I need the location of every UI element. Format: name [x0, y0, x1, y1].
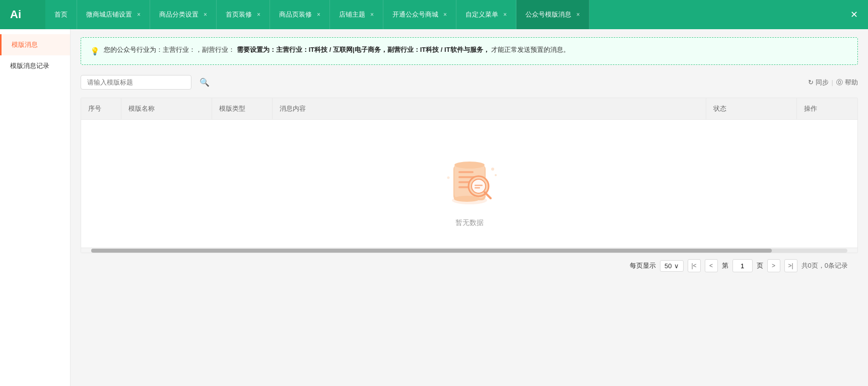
sidebar-item-template-msg[interactable]: 模版消息 — [0, 34, 70, 55]
prev-page-button[interactable]: < — [705, 259, 718, 272]
alert-icon: 💡 — [90, 45, 100, 57]
tab-close-custom-menu[interactable]: × — [503, 11, 507, 18]
empty-text: 暂无数据 — [455, 218, 484, 227]
tab-label: 自定义菜单 — [465, 10, 498, 19]
tab-label: 商品页装修 — [279, 10, 312, 19]
search-button[interactable]: 🔍 — [195, 75, 214, 89]
tab-label: 微商城店铺设置 — [86, 10, 132, 19]
page-number-input[interactable] — [732, 259, 753, 272]
per-page-select[interactable]: 50 ∨ — [660, 260, 683, 272]
svg-rect-3 — [458, 171, 474, 173]
svg-point-15 — [495, 174, 497, 176]
close-all-button[interactable]: ✕ — [840, 0, 868, 29]
tab-label: 公众号模版消息 — [525, 10, 571, 19]
col-content: 消息内容 — [273, 98, 706, 119]
chevron-down-icon: ∨ — [674, 262, 679, 270]
pagination: 每页显示 50 ∨ |< < 第 页 > >| 共0页，0条记录 — [81, 253, 858, 278]
tab-label: 首页装修 — [226, 10, 252, 19]
refresh-icon: ↻ — [808, 79, 814, 86]
sidebar-item-template-msg-log[interactable]: 模版消息记录 — [0, 55, 70, 76]
tab-open-mall[interactable]: 开通公众号商城× — [383, 0, 456, 29]
tab-home-decoration[interactable]: 首页装修× — [217, 0, 270, 29]
tab-close-shop-settings[interactable]: × — [137, 11, 141, 18]
tab-shop-settings[interactable]: 微商城店铺设置× — [77, 0, 150, 29]
svg-point-8 — [472, 179, 486, 193]
tab-close-category-settings[interactable]: × — [204, 11, 207, 18]
sidebar: 模版消息模版消息记录 — [0, 29, 71, 386]
tab-close-product-decoration[interactable]: × — [317, 11, 320, 18]
svg-point-16 — [447, 177, 449, 179]
tab-product-decoration[interactable]: 商品页装修× — [270, 0, 330, 29]
col-index: 序号 — [81, 98, 121, 119]
tab-close-store-theme[interactable]: × — [370, 11, 374, 18]
sync-button[interactable]: ↻ 同步 — [808, 78, 829, 87]
main-layout: 模版消息模版消息记录 💡 您的公众号行业为：主营行业：，副营行业： 需要设置为：… — [0, 29, 868, 386]
col-status: 状态 — [706, 98, 797, 119]
col-name: 模版名称 — [121, 98, 212, 119]
empty-state: 暂无数据 — [81, 120, 857, 248]
svg-point-12 — [454, 162, 485, 169]
alert-text: 您的公众号行业为：主营行业：，副营行业： 需要设置为：主营行业：IT科技 / 互… — [104, 45, 570, 55]
tab-close-open-mall[interactable]: × — [443, 11, 447, 18]
tab-home[interactable]: 首页 — [45, 0, 77, 29]
tab-label: 首页 — [54, 10, 68, 19]
tab-label: 店铺主题 — [339, 10, 365, 19]
col-action: 操作 — [797, 98, 857, 119]
empty-illustration — [439, 150, 500, 210]
last-page-button[interactable]: >| — [784, 259, 797, 272]
logo: Ai — [0, 0, 45, 29]
main-content: 💡 您的公众号行业为：主营行业：，副营行业： 需要设置为：主营行业：IT科技 /… — [71, 29, 868, 386]
tab-close-home-decoration[interactable]: × — [257, 11, 260, 18]
table-container: 序号 模版名称 模版类型 消息内容 状态 操作 — [81, 98, 858, 253]
help-icon: ⓪ — [836, 78, 843, 87]
svg-point-14 — [491, 168, 494, 171]
tab-bar: Ai 首页微商城店铺设置×商品分类设置×首页装修×商品页装修×店铺主题×开通公众… — [0, 0, 868, 29]
next-page-button[interactable]: > — [767, 259, 780, 272]
alert-box: 💡 您的公众号行业为：主营行业：，副营行业： 需要设置为：主营行业：IT科技 /… — [81, 37, 858, 65]
tab-template-msg[interactable]: 公众号模版消息× — [516, 0, 589, 29]
page-label: 第 — [722, 261, 728, 270]
tab-label: 开通公众号商城 — [392, 10, 438, 19]
svg-point-13 — [454, 196, 480, 202]
search-input[interactable] — [81, 75, 191, 90]
tab-custom-menu[interactable]: 自定义菜单× — [456, 0, 516, 29]
table-header: 序号 模版名称 模版类型 消息内容 状态 操作 — [81, 98, 857, 120]
help-button[interactable]: ⓪ 帮助 — [836, 78, 858, 87]
tab-category-settings[interactable]: 商品分类设置× — [150, 0, 217, 29]
per-page-label: 每页显示 — [630, 261, 656, 270]
svg-rect-10 — [475, 185, 483, 186]
first-page-button[interactable]: |< — [688, 259, 701, 272]
page-unit: 页 — [757, 261, 763, 270]
page-summary: 共0页，0条记录 — [802, 261, 848, 270]
tab-close-template-msg[interactable]: × — [576, 11, 580, 18]
tab-store-theme[interactable]: 店铺主题× — [330, 0, 383, 29]
scrollbar-area — [81, 248, 857, 253]
search-bar: 🔍 ↻ 同步 | ⓪ 帮助 — [81, 75, 858, 90]
tab-label: 商品分类设置 — [159, 10, 198, 19]
col-type: 模版类型 — [212, 98, 273, 119]
svg-rect-11 — [475, 187, 480, 189]
